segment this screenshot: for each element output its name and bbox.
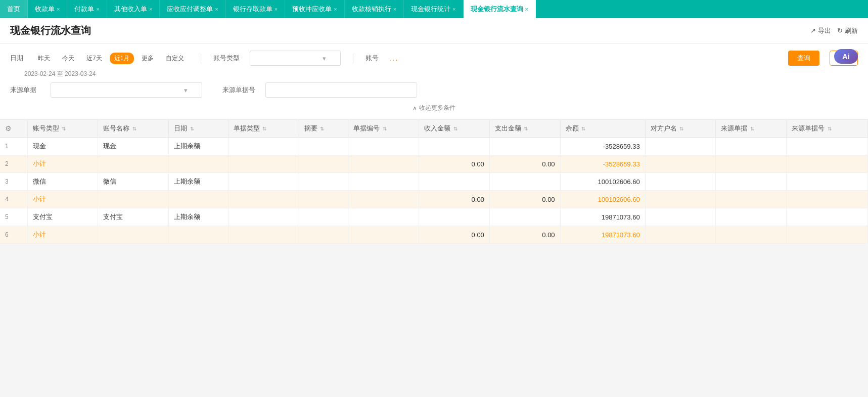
nav-adjustment[interactable]: 应收应付调整单 ×	[160, 0, 225, 18]
col-expense[interactable]: 支出金额 ⇅	[489, 120, 560, 138]
sort-icon: ⇅	[320, 126, 324, 131]
table-cell	[228, 191, 299, 208]
nav-cashflow[interactable]: 现金银行流水查询 ×	[464, 0, 536, 18]
sort-icon: ⇅	[190, 126, 194, 131]
table-cell: 5	[0, 208, 27, 226]
table-cell: 0.00	[419, 155, 490, 173]
table-cell: 6	[0, 226, 27, 244]
account-type-select[interactable]: ▾	[250, 51, 341, 66]
account-dots[interactable]: ...	[389, 54, 398, 63]
table-cell	[299, 138, 348, 155]
nav-other-income[interactable]: 其他收入单 ×	[107, 0, 160, 18]
table-cell: 4	[0, 191, 27, 208]
date-shortcuts: 昨天 今天 近7天 近1月 更多 自定义	[33, 53, 189, 64]
col-balance[interactable]: 余额 ⇅	[560, 120, 645, 138]
table-row[interactable]: 2小计0.000.00-3528659.33	[0, 155, 868, 173]
table-cell	[489, 138, 560, 155]
table-cell	[787, 173, 868, 191]
table-cell	[645, 155, 716, 173]
col-account-name[interactable]: 账号名称 ⇅	[98, 120, 169, 138]
table-row[interactable]: 3微信微信上期余额100102606.60	[0, 173, 868, 191]
col-account-type[interactable]: 账号类型 ⇅	[27, 120, 98, 138]
refresh-button[interactable]: ↻ 刷新	[837, 26, 858, 35]
export-icon: ↗	[810, 27, 816, 34]
close-icon[interactable]: ×	[149, 6, 152, 12]
close-icon[interactable]: ×	[452, 6, 455, 12]
table-cell	[787, 226, 868, 244]
table-cell	[228, 138, 299, 155]
date-7days[interactable]: 近7天	[82, 53, 107, 64]
table-cell	[228, 155, 299, 173]
nav-home[interactable]: 首页	[0, 0, 28, 18]
col-doc-type[interactable]: 单据类型 ⇅	[228, 120, 299, 138]
table-cell	[645, 173, 716, 191]
header-actions: ↗ 导出 ↻ 刷新	[810, 26, 858, 35]
close-icon[interactable]: ×	[96, 6, 99, 12]
data-table: ⚙ 账号类型 ⇅ 账号名称 ⇅ 日期 ⇅ 单据类型 ⇅ 摘要 ⇅ 单据编号 ⇅ …	[0, 120, 868, 244]
col-counterparty[interactable]: 对方户名 ⇅	[645, 120, 716, 138]
table-cell: 19871073.60	[560, 208, 645, 226]
table-cell	[348, 226, 419, 244]
table-cell	[716, 138, 787, 155]
sort-icon: ⇅	[679, 126, 683, 131]
col-source-doc[interactable]: 来源单据 ⇅	[716, 120, 787, 138]
table-cell	[645, 138, 716, 155]
close-icon[interactable]: ×	[393, 6, 396, 12]
table-cell	[645, 208, 716, 226]
top-nav: 首页 收款单 × 付款单 × 其他收入单 × 应收应付调整单 × 银行存取款单 …	[0, 0, 868, 18]
table-cell	[169, 226, 229, 244]
col-summary[interactable]: 摘要 ⇅	[299, 120, 348, 138]
table-cell	[228, 173, 299, 191]
table-row[interactable]: 4小计0.000.00100102606.60	[0, 191, 868, 208]
table-cell	[489, 208, 560, 226]
nav-stats[interactable]: 现金银行统计 ×	[404, 0, 463, 18]
nav-payments[interactable]: 付款单 ×	[67, 0, 107, 18]
date-range-display: 2023-02-24 至 2023-03-24	[24, 70, 96, 77]
chevron-down-icon: ▾	[323, 55, 326, 62]
table-cell: 100102606.60	[560, 191, 645, 208]
nav-receipts[interactable]: 收款单 ×	[28, 0, 67, 18]
filter-row-1: 日期 昨天 今天 近7天 近1月 更多 自定义 账号类型 ▾ 账号 ... 查询…	[10, 51, 858, 66]
col-gear[interactable]: ⚙	[0, 120, 27, 138]
date-yesterday[interactable]: 昨天	[33, 53, 55, 64]
col-income[interactable]: 收入金额 ⇅	[419, 120, 490, 138]
date-1month[interactable]: 近1月	[110, 53, 134, 64]
close-icon[interactable]: ×	[334, 6, 337, 12]
source-doc-no-input[interactable]	[265, 82, 417, 98]
table-row[interactable]: 6小计0.000.0019871073.60	[0, 226, 868, 244]
col-source-doc-no[interactable]: 来源单据号 ⇅	[787, 120, 868, 138]
ai-badge[interactable]: Ai	[834, 49, 858, 64]
table-row[interactable]: 5支付宝支付宝上期余额19871073.60	[0, 208, 868, 226]
date-custom[interactable]: 自定义	[161, 53, 189, 64]
source-doc-no-label: 来源单据号	[222, 85, 255, 95]
close-icon[interactable]: ×	[275, 6, 278, 12]
collapse-bar[interactable]: ∧ 收起更多条件	[10, 102, 858, 114]
table-cell: 微信	[98, 173, 169, 191]
col-date[interactable]: 日期 ⇅	[169, 120, 229, 138]
table-cell	[645, 226, 716, 244]
gear-icon[interactable]: ⚙	[5, 124, 12, 133]
table-cell	[716, 155, 787, 173]
close-icon[interactable]: ×	[57, 6, 60, 12]
table-cell	[419, 173, 490, 191]
table-cell: 小计	[27, 155, 98, 173]
export-button[interactable]: ↗ 导出	[810, 26, 831, 35]
page-title: 现金银行流水查询	[10, 24, 91, 37]
table-cell: 现金	[27, 138, 98, 155]
close-icon[interactable]: ×	[215, 6, 218, 12]
table-cell: 0.00	[489, 191, 560, 208]
table-cell	[348, 191, 419, 208]
date-more[interactable]: 更多	[137, 53, 158, 64]
date-today[interactable]: 今天	[58, 53, 79, 64]
table-cell	[716, 208, 787, 226]
col-doc-no[interactable]: 单据编号 ⇅	[348, 120, 419, 138]
query-button[interactable]: 查询	[788, 51, 819, 66]
nav-prepay[interactable]: 预收冲应收单 ×	[285, 0, 344, 18]
table-cell: 0.00	[489, 155, 560, 173]
table-cell	[169, 155, 229, 173]
nav-verify[interactable]: 收款核销执行 ×	[345, 0, 404, 18]
close-icon[interactable]: ×	[525, 6, 528, 12]
nav-bank-deposit[interactable]: 银行存取款单 ×	[226, 0, 285, 18]
source-doc-select[interactable]: ▾	[51, 82, 202, 98]
table-row[interactable]: 1现金现金上期余额-3528659.33	[0, 138, 868, 155]
